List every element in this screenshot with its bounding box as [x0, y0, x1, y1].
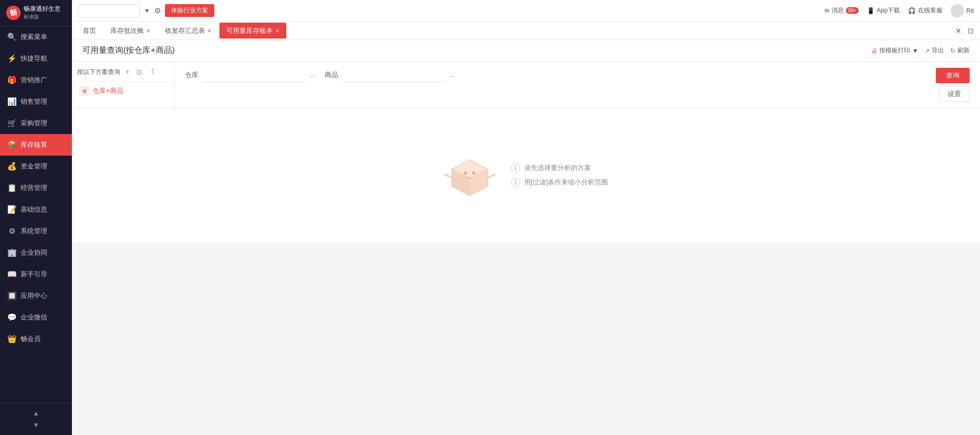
- apps-icon: 🔲: [7, 291, 16, 300]
- tab-batch-close[interactable]: ✕: [146, 28, 151, 34]
- refresh-label: 刷新: [957, 46, 970, 55]
- topbar-gear-button[interactable]: ⚙: [154, 6, 161, 15]
- app-download-icon: 📱: [867, 7, 875, 14]
- tab-available-label: 可用量库存账本: [226, 26, 273, 35]
- sidebar-item-search[interactable]: 🔍 搜索菜单: [0, 26, 72, 48]
- sidebar-item-label: 销售管理: [21, 97, 47, 106]
- topbar-dropdown-button[interactable]: ▼: [144, 7, 150, 14]
- query-button[interactable]: 查询: [936, 68, 970, 83]
- marketing-icon: 🎁: [7, 75, 16, 85]
- sidebar-logo: 畅 畅康通好生意 标准版: [0, 0, 72, 26]
- warehouse-filter-field: 仓库 ...: [185, 68, 315, 82]
- sidebar-item-label: 经营管理: [21, 183, 47, 193]
- sidebar-item-enterprise[interactable]: 🏢 企业协同: [0, 242, 72, 263]
- sidebar-item-system[interactable]: ⚙ 系统管理: [0, 220, 72, 242]
- sidebar-item-marketing[interactable]: 🎁 营销推广: [0, 69, 72, 91]
- sidebar-scroll-up[interactable]: ▲: [0, 407, 72, 419]
- export-icon: ↗: [924, 47, 930, 54]
- tab-home[interactable]: 首页: [76, 23, 103, 39]
- sidebar-item-finance[interactable]: 💰 资金管理: [0, 156, 72, 177]
- svg-point-5: [472, 172, 475, 175]
- page-actions: 🖨 按模板打印 ▼ ↗ 导出 ↻ 刷新: [871, 46, 970, 55]
- sidebar-bottom: ▲ ▼: [0, 403, 72, 435]
- svg-point-4: [464, 172, 467, 175]
- content-area: 可用量查询(按仓库+商品) 🖨 按模板打印 ▼ ↗ 导出 ↻ 刷新: [72, 40, 980, 435]
- close-window-button[interactable]: ✕: [953, 26, 964, 36]
- sidebar-item-purchase[interactable]: 🛒 采购管理: [0, 112, 72, 134]
- page-header: 可用量查询(按仓库+商品) 🖨 按模板打印 ▼ ↗ 导出 ↻ 刷新: [72, 40, 980, 62]
- sidebar-item-vip[interactable]: 👑 畅会员: [0, 328, 72, 350]
- query-scheme-panel: 按以下方案查询 ＋ ⊙ 《 ⊕ 仓库+商品: [72, 62, 175, 108]
- refresh-button[interactable]: ↻ 刷新: [950, 46, 970, 55]
- scheme-item-warehouse-goods[interactable]: ⊕ 仓库+商品: [72, 82, 174, 100]
- collapse-scheme-button[interactable]: 《: [146, 67, 156, 77]
- sidebar-item-shortcut[interactable]: ⚡ 快捷导航: [0, 48, 72, 69]
- online-service-button[interactable]: 🎧 在线客服: [908, 6, 942, 15]
- tab-available[interactable]: 可用量库存账本 ✕: [219, 23, 286, 39]
- goods-more-button[interactable]: ...: [449, 71, 454, 79]
- basic-icon: 📝: [7, 205, 16, 214]
- tab-summary-close[interactable]: ✕: [207, 28, 212, 34]
- logo-text-group: 畅康通好生意 标准版: [24, 5, 61, 21]
- tab-available-close[interactable]: ✕: [275, 28, 280, 34]
- topbar-right: ✉ 消息 99+ 📱 App下载 🎧 在线客服 Rit: [824, 4, 974, 17]
- warehouse-more-button[interactable]: ...: [309, 71, 315, 79]
- sidebar-item-basic[interactable]: 📝 基础信息: [0, 199, 72, 220]
- scheme-item-icon: ⊕: [79, 86, 89, 96]
- warehouse-input[interactable]: [202, 68, 305, 82]
- sidebar: 畅 畅康通好生意 标准版 🔍 搜索菜单 ⚡ 快捷导航 🎁 营销推广 📊 销售管理…: [0, 0, 72, 435]
- refresh-icon: ↻: [950, 47, 955, 54]
- empty-state-content: 1 请先选择要分析的方案 2 用[过滤]条件来缩小分析范围: [444, 149, 608, 201]
- sidebar-item-label: 营销推广: [21, 75, 47, 85]
- empty-illustration: [444, 149, 495, 201]
- app-download-label: App下载: [877, 6, 900, 15]
- svg-line-7: [488, 174, 495, 178]
- tip-text-2: 用[过滤]条件来缩小分析范围: [524, 178, 608, 187]
- enterprise-icon: 🏢: [7, 248, 16, 257]
- sidebar-item-label: 搜索菜单: [21, 32, 47, 42]
- app-download-button[interactable]: 📱 App下载: [867, 6, 900, 15]
- message-button[interactable]: ✉ 消息 99+: [824, 6, 859, 15]
- sidebar-item-label: 畅会员: [21, 334, 41, 344]
- print-button[interactable]: 🖨 按模板打印 ▼: [871, 46, 918, 55]
- sidebar-item-newbie[interactable]: 📖 新手引导: [0, 263, 72, 285]
- avatar: [951, 4, 964, 17]
- sidebar-item-label: 新手引导: [21, 270, 47, 279]
- sidebar-item-sales[interactable]: 📊 销售管理: [0, 91, 72, 112]
- edit-scheme-button[interactable]: ⊙: [135, 67, 144, 77]
- sidebar-item-operations[interactable]: 📋 经营管理: [0, 177, 72, 199]
- user-profile[interactable]: Rit: [951, 4, 974, 17]
- logo-name: 畅康通好生意: [24, 5, 61, 13]
- tab-summary-label: 收发存汇总表: [165, 26, 205, 35]
- sidebar-item-label: 应用中心: [21, 291, 47, 300]
- tab-batch[interactable]: 库存批次账 ✕: [104, 23, 157, 39]
- service-icon: 🎧: [908, 7, 916, 14]
- page-title: 可用量查询(按仓库+商品): [82, 45, 175, 56]
- message-icon: ✉: [824, 7, 829, 14]
- settings-button[interactable]: 设置: [939, 86, 970, 102]
- tab-bar: 首页 库存批次账 ✕ 收发存汇总表 ✕ 可用量库存账本 ✕ ✕ ⊡: [72, 22, 980, 40]
- export-button[interactable]: ↗ 导出: [924, 46, 944, 55]
- sidebar-item-label: 企业协同: [21, 248, 47, 257]
- shortcut-icon: ⚡: [7, 54, 16, 63]
- sidebar-item-apps[interactable]: 🔲 应用中心: [0, 285, 72, 307]
- warehouse-filter-label: 仓库: [185, 70, 198, 80]
- topbar: ▼ ⚙ 体验行业方案 ✉ 消息 99+ 📱 App下载 🎧 在线客服 Rit: [72, 0, 980, 22]
- search-input[interactable]: [78, 4, 140, 17]
- goods-input[interactable]: [342, 68, 445, 82]
- tip-number-2: 2: [511, 178, 520, 187]
- sidebar-scroll-down[interactable]: ▼: [0, 419, 72, 431]
- scheme-item-label: 仓库+商品: [93, 86, 123, 96]
- main-area: ▼ ⚙ 体验行业方案 ✉ 消息 99+ 📱 App下载 🎧 在线客服 Rit: [72, 0, 980, 435]
- trial-button[interactable]: 体验行业方案: [165, 4, 214, 17]
- add-scheme-button[interactable]: ＋: [122, 67, 133, 77]
- print-dropdown-icon: ▼: [912, 47, 918, 54]
- logo-icon: 畅: [6, 6, 21, 20]
- system-icon: ⚙: [7, 226, 16, 236]
- inventory-icon: 📦: [7, 140, 16, 149]
- maximize-window-button[interactable]: ⊡: [966, 26, 976, 36]
- tab-summary[interactable]: 收发存汇总表 ✕: [158, 23, 218, 39]
- sidebar-item-wechat[interactable]: 💬 企业微信: [0, 307, 72, 328]
- empty-tip-2: 2 用[过滤]条件来缩小分析范围: [511, 178, 608, 187]
- sidebar-item-inventory[interactable]: 📦 库存核算: [0, 134, 72, 156]
